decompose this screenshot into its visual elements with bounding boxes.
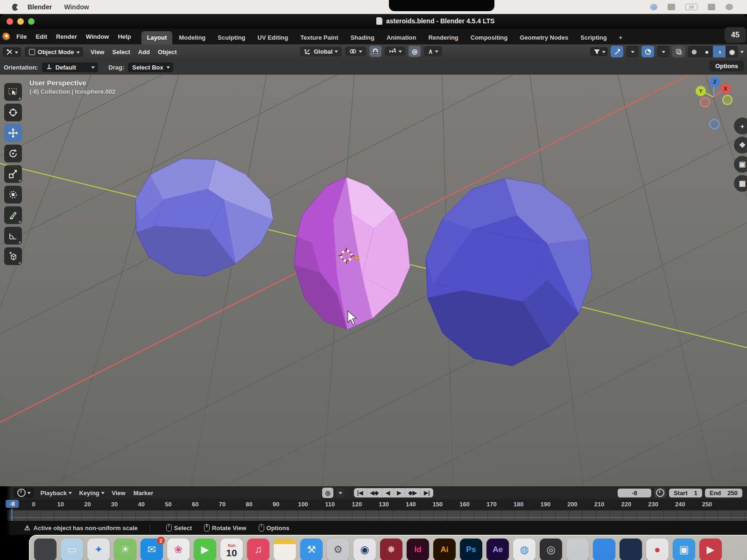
gizmo-dropdown[interactable]: ▾ xyxy=(626,46,639,57)
menu-window[interactable]: Window xyxy=(86,33,109,40)
dock-app-app-blue-2[interactable]: ▣ xyxy=(673,539,695,560)
dock-app-app-dark-camera[interactable]: ◎ xyxy=(540,539,562,560)
viewport-3d[interactable]: User Perspective (-8) Collection | Icosp… xyxy=(0,75,747,486)
add-primitive-tool[interactable] xyxy=(4,247,22,265)
minimize-window-button[interactable] xyxy=(17,18,24,25)
dock-app-app-light-blue[interactable]: ▭ xyxy=(61,539,83,560)
frame-end-field[interactable]: End 250 xyxy=(705,489,742,497)
transform-tool[interactable] xyxy=(4,186,22,203)
gizmo-minus-z-axis[interactable] xyxy=(710,119,719,129)
gizmo-minus-y-axis[interactable] xyxy=(723,95,732,105)
workspace-tab-modeling[interactable]: Modeling xyxy=(173,31,211,44)
dock-app-browser[interactable]: ◍ xyxy=(513,539,536,560)
dock-app-facetime[interactable]: ▶ xyxy=(194,539,216,560)
timeline-menu-keying[interactable]: Keying▾ xyxy=(79,490,104,497)
workspace-tab-shading[interactable]: Shading xyxy=(345,31,380,44)
snap-toggle[interactable] xyxy=(369,46,381,57)
workspace-tab-compositing[interactable]: Compositing xyxy=(465,31,513,44)
jump-to-start-button[interactable]: |◀ xyxy=(354,488,367,497)
viewport-menu-view[interactable]: View xyxy=(91,49,104,56)
viewport-menu-add[interactable]: Add xyxy=(138,49,150,56)
current-frame-badge[interactable]: -8 xyxy=(6,500,19,508)
camera-view-button[interactable]: ▣ xyxy=(734,156,747,173)
next-keyframe-button[interactable]: ◆▶ xyxy=(405,488,421,497)
select-box-tool[interactable] xyxy=(4,83,22,101)
frame-start-field[interactable]: Start 1 xyxy=(669,489,702,497)
siri-icon[interactable] xyxy=(650,4,657,10)
dock-app-after-effects[interactable]: Ae xyxy=(486,539,509,560)
workspace-tab-scripting[interactable]: Scripting xyxy=(575,31,612,44)
measure-tool[interactable] xyxy=(4,227,22,245)
overlays-dropdown[interactable]: ▾ xyxy=(657,46,669,57)
workspace-tab-texture-paint[interactable]: Texture Paint xyxy=(295,31,344,44)
spotlight-icon[interactable] xyxy=(726,4,733,10)
workspace-tab-layout[interactable]: Layout xyxy=(141,31,173,44)
show-gizmo-toggle[interactable] xyxy=(611,46,623,57)
dock-app-settings[interactable]: ⚙ xyxy=(327,539,349,560)
timeline-ruler[interactable]: 0102030405060708090100110120130140150160… xyxy=(0,499,747,510)
editor-type-button[interactable]: ▾ xyxy=(3,47,21,57)
pivot-point-dropdown[interactable]: ▾ xyxy=(345,47,366,56)
xray-toggle[interactable] xyxy=(672,46,685,57)
menu-extra-icon[interactable] xyxy=(668,4,675,10)
dock-app-calendar[interactable]: Sun10 xyxy=(220,539,243,560)
dock-app-app-red[interactable]: ▶ xyxy=(699,539,722,560)
jump-to-end-button[interactable]: ▶| xyxy=(421,488,433,497)
dock-app-weather[interactable]: ☀ xyxy=(114,539,136,560)
menu-render[interactable]: Render xyxy=(56,33,77,40)
timeline-menu-playback[interactable]: Playback▾ xyxy=(41,490,71,497)
options-button[interactable]: Options xyxy=(709,61,744,71)
auto-keying-button[interactable]: ◎ xyxy=(322,488,333,498)
solid-shading-button[interactable]: ● xyxy=(700,46,713,57)
menu-file[interactable]: File xyxy=(16,33,27,40)
dock-app-app-store[interactable]: ◉ xyxy=(353,539,376,560)
workspace-tab-geometry-nodes[interactable]: Geometry Nodes xyxy=(514,31,574,44)
dock-app-mail[interactable]: ✉2 xyxy=(141,539,163,560)
dock-app-app-navy[interactable] xyxy=(620,539,642,560)
preview-range-button[interactable] xyxy=(654,488,666,498)
drag-dropdown[interactable]: Select Box ▾ xyxy=(128,63,173,72)
zoom-window-button[interactable] xyxy=(28,18,35,25)
playhead-line[interactable] xyxy=(11,509,13,521)
timeline-track[interactable] xyxy=(0,510,747,521)
dock-app-user-avatar[interactable] xyxy=(34,539,56,560)
asteroid-right[interactable] xyxy=(426,178,592,366)
previous-keyframe-button[interactable]: ◀◆ xyxy=(367,488,382,497)
dock-app-indesign[interactable]: Id xyxy=(407,539,429,560)
current-frame-field[interactable]: -8 xyxy=(618,489,651,497)
close-window-button[interactable] xyxy=(7,18,13,25)
dock-app-notes[interactable] xyxy=(274,539,296,560)
dock-app-music[interactable]: ♫ xyxy=(247,539,269,560)
dock-app-app-blue[interactable] xyxy=(593,539,615,560)
scale-tool[interactable] xyxy=(4,165,22,183)
move-tool[interactable] xyxy=(4,124,22,142)
macos-menu-window[interactable]: Window xyxy=(64,3,89,11)
asteroid-left[interactable] xyxy=(135,159,273,276)
macos-menu-blender[interactable]: Blender xyxy=(28,3,52,11)
perspective-toggle-button[interactable]: ▦ xyxy=(734,175,747,192)
viewport-menu-object[interactable]: Object xyxy=(158,49,176,56)
dock-app-illustrator[interactable]: Ai xyxy=(433,539,456,560)
play-button[interactable]: ▶ xyxy=(394,488,405,497)
object-visibility-dropdown[interactable]: ▾ xyxy=(590,47,608,56)
dock-app-xcode[interactable]: ⚒ xyxy=(300,539,323,560)
dock-app-app-white-red[interactable]: ● xyxy=(646,539,669,560)
cursor-tool[interactable] xyxy=(4,104,22,121)
show-overlays-toggle[interactable] xyxy=(641,46,654,57)
workspace-tab-rendering[interactable]: Rendering xyxy=(423,31,464,44)
orientation-dropdown[interactable]: Default ▾ xyxy=(42,63,99,72)
workspace-tab-animation[interactable]: Animation xyxy=(381,31,422,44)
zoom-view-button[interactable]: + xyxy=(734,118,747,134)
rotate-tool[interactable] xyxy=(4,145,22,162)
dock-app-photos[interactable]: ❀ xyxy=(167,539,190,560)
timeline-menu-marker[interactable]: Marker xyxy=(134,490,154,497)
rendered-shading-button[interactable]: ◉ xyxy=(726,46,738,57)
timeline-editor-type-button[interactable]: ▾ xyxy=(14,488,34,498)
menu-help[interactable]: Help xyxy=(118,33,131,40)
apple-logo-icon[interactable] xyxy=(12,4,18,11)
play-reverse-button[interactable]: ◀ xyxy=(382,488,394,497)
proportional-editing-toggle[interactable]: ◎ xyxy=(409,46,421,57)
auto-keying-dropdown[interactable]: ▾ xyxy=(336,488,345,498)
annotate-tool[interactable] xyxy=(4,206,22,224)
dock-app-safari[interactable]: ✦ xyxy=(87,539,110,560)
